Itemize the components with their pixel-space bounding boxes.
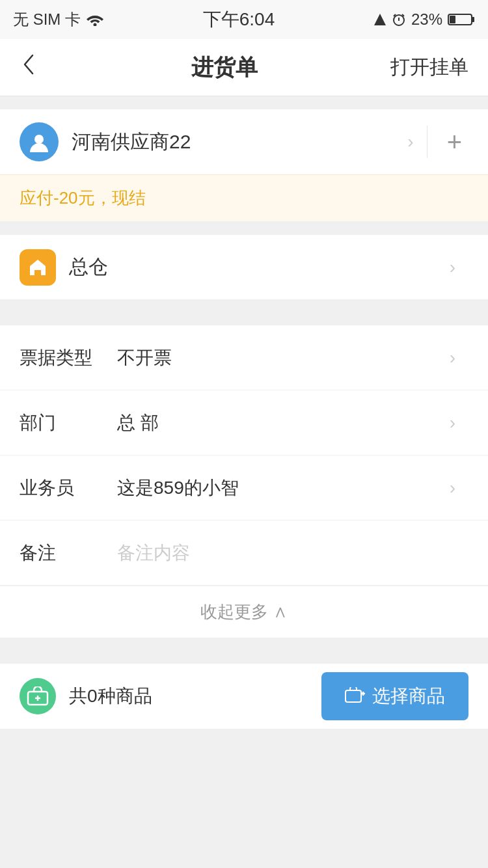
product-icon-wrap [20, 678, 56, 714]
status-left: 无 SIM 卡 [13, 9, 104, 30]
signal-text: 无 SIM 卡 [13, 9, 81, 30]
collapse-row[interactable]: 收起更多 ∧ [0, 586, 488, 638]
sales-value: 这是859的小智 [111, 476, 450, 500]
warehouse-name: 总仓 [69, 254, 450, 280]
bottom-bar: 共0种商品 选择商品 [0, 664, 488, 729]
dept-label: 部门 [20, 411, 111, 435]
notice-bar: 应付-20元，现结 [0, 174, 488, 221]
remark-label: 备注 [20, 541, 111, 565]
content-background [0, 729, 488, 868]
svg-point-0 [94, 23, 97, 27]
supplier-avatar [20, 122, 59, 161]
remark-input[interactable]: 备注内容 [111, 541, 468, 565]
sales-chevron-icon: › [450, 478, 455, 498]
battery-icon [448, 12, 475, 27]
select-product-button[interactable]: 选择商品 [321, 672, 468, 720]
alarm-icon [392, 12, 406, 27]
form-section: 票据类型 不开票 › 部门 总 部 › 业务员 这是859的小智 › 备注 备注… [0, 325, 488, 638]
page-title: 进货单 [191, 53, 258, 83]
supplier-section: 河南供应商22 › + 应付-20元，现结 [0, 109, 488, 221]
dept-row[interactable]: 部门 总 部 › [0, 390, 488, 455]
section-gap-1 [0, 96, 488, 109]
open-pending-button[interactable]: 打开挂单 [390, 54, 468, 81]
status-bar: 无 SIM 卡 下午6:04 23% [0, 0, 488, 39]
product-count: 共0种商品 [69, 684, 321, 709]
divider [427, 126, 427, 158]
status-right: 23% [373, 10, 475, 29]
dept-chevron-icon: › [450, 413, 455, 433]
section-gap-2 [0, 221, 488, 234]
location-icon [373, 13, 386, 26]
sales-row[interactable]: 业务员 这是859的小智 › [0, 455, 488, 521]
notice-text: 应付-20元，现结 [20, 188, 146, 208]
invoice-chevron-icon: › [450, 347, 455, 368]
select-product-icon [345, 687, 366, 705]
svg-point-8 [34, 135, 44, 144]
remark-row[interactable]: 备注 备注内容 [0, 521, 488, 586]
section-gap-3 [0, 299, 488, 312]
invoice-row[interactable]: 票据类型 不开票 › [0, 325, 488, 390]
invoice-value: 不开票 [111, 346, 450, 370]
dept-value: 总 部 [111, 411, 450, 435]
status-time: 下午6:04 [203, 7, 275, 32]
collapse-label: 收起更多 ∧ [200, 601, 287, 623]
add-button[interactable]: + [441, 128, 468, 157]
supplier-chevron-icon: › [407, 131, 413, 152]
svg-rect-7 [450, 16, 455, 23]
warehouse-chevron-icon: › [450, 257, 455, 278]
nav-bar: 进货单 打开挂单 [0, 39, 488, 96]
wifi-icon [86, 13, 104, 26]
supplier-row[interactable]: 河南供应商22 › + [0, 109, 488, 174]
warehouse-row[interactable]: 总仓 › [0, 234, 488, 299]
battery-text: 23% [411, 10, 442, 29]
svg-rect-9 [34, 270, 41, 275]
section-gap-4 [0, 638, 488, 651]
supplier-name: 河南供应商22 [72, 129, 407, 156]
back-button[interactable] [20, 50, 59, 85]
select-product-label: 选择商品 [372, 684, 445, 709]
svg-rect-13 [346, 690, 361, 702]
svg-rect-6 [472, 17, 474, 22]
invoice-label: 票据类型 [20, 346, 111, 370]
warehouse-section: 总仓 › [0, 234, 488, 299]
warehouse-icon-wrap [20, 249, 56, 286]
sales-label: 业务员 [20, 476, 111, 500]
